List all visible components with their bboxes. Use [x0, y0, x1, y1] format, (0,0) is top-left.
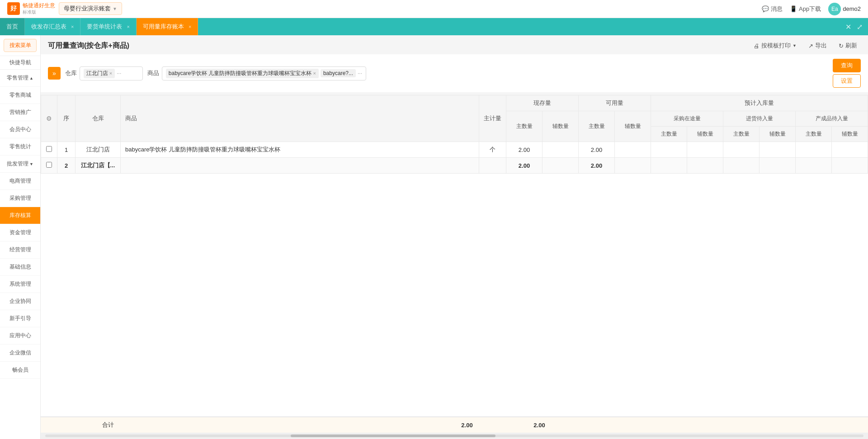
horizontal-scrollbar[interactable]	[41, 433, 868, 439]
inventory-tab-label: 可用量库存账本	[143, 23, 184, 31]
row-checkbox-0[interactable]	[41, 142, 57, 158]
warehouse-tag: 江北门店 ×	[84, 69, 115, 78]
sidebar-item-member-center[interactable]: 会员中心	[0, 121, 40, 138]
col-products-aux-header: 辅数量	[832, 127, 868, 142]
inventory-tab-close[interactable]: ×	[189, 24, 191, 29]
sidebar-item-basic-info[interactable]: 基础信息	[0, 259, 40, 276]
sidebar-item-retail-mgmt-label: 零售管理	[7, 74, 28, 82]
footer-available-main: 2.00	[521, 422, 557, 429]
table-settings-icon[interactable]: ⚙	[46, 115, 52, 122]
sidebar-item-inventory-check[interactable]: 库存核算	[0, 207, 40, 224]
col-current-main-header: 主数量	[506, 111, 542, 142]
sidebar-item-purchase-mgmt[interactable]: 采购管理	[0, 190, 40, 207]
tab-inventory[interactable]: 可用量库存账本 ×	[137, 18, 198, 35]
col-current-stock-header: 现存量	[506, 95, 579, 111]
col-num-header: 序	[57, 95, 75, 142]
receipts-tab-close[interactable]: ×	[71, 24, 74, 29]
top-bar-left: 好 畅捷通好生意 标准版 母婴行业演示账套 ▼	[7, 2, 122, 15]
message-btn[interactable]: 💬 消息	[762, 5, 783, 13]
row-current-main-1: 2.00	[506, 158, 542, 174]
product-tag-2-text: babycare?...	[323, 70, 353, 76]
product-filter-input[interactable]: babycare学饮杯 儿童防摔防撞吸管杯重力球吸嘴杯宝宝水杯 × babyca…	[162, 66, 366, 80]
nav-tab-actions: ✕ ⤢	[844, 21, 868, 33]
col-warehouse-header: 仓库	[75, 95, 121, 142]
sidebar-item-new-guide[interactable]: 新手引导	[0, 310, 40, 327]
col-purchase-main-header: 主数量	[651, 127, 687, 142]
footer-current-main: 2.00	[449, 422, 485, 429]
filter-expand-btn[interactable]: »	[48, 67, 61, 80]
refresh-icon: ↻	[839, 42, 844, 49]
sidebar-item-retail-mall[interactable]: 零售商城	[0, 87, 40, 104]
sidebar-item-app-center-label: 应用中心	[9, 332, 31, 340]
user-area[interactable]: Ea demo2	[828, 3, 861, 15]
row-available-aux-1	[615, 158, 651, 174]
col-settings-header: ⚙	[41, 95, 57, 142]
page-header: 可用量查询(按仓库+商品) 🖨 按模板打印 ▼ ↗ 导出 ↻ 刷新	[41, 35, 868, 54]
row-current-aux-1	[542, 158, 579, 174]
tab-home[interactable]: 首页	[0, 18, 25, 35]
sidebar-item-inventory-label: 库存核算	[9, 212, 31, 219]
sidebar-item-marketing-label: 营销推广	[9, 109, 31, 116]
table-row: 2 江北门店【... 2.00 2.00	[41, 158, 868, 174]
row-inbound-aux-1	[760, 158, 796, 174]
logo-area: 好 畅捷通好生意 标准版	[7, 2, 55, 15]
row-warehouse-0: 江北门店	[75, 142, 121, 158]
sidebar-item-ops-mgmt[interactable]: 经营管理	[0, 241, 40, 259]
logo-sub: 标准版	[23, 9, 55, 15]
sidebar-item-wholesale-mgmt[interactable]: 批发管理 ▼	[0, 156, 40, 173]
search-menu-btn[interactable]: 搜索菜单	[4, 39, 37, 52]
sidebar-item-ecommerce-mgmt[interactable]: 电商管理	[0, 173, 40, 190]
quick-nav-btn[interactable]: 快捷导航	[0, 56, 40, 70]
chevron-down-icon: ▼	[113, 6, 117, 11]
orders-tab-label: 要货单统计表	[87, 23, 122, 31]
sidebar-item-enterprise-collab[interactable]: 企业协同	[0, 293, 40, 310]
chevron-icon: ▲	[29, 76, 33, 80]
page-title: 可用量查询(按仓库+商品)	[48, 41, 129, 51]
table-row: 1 江北门店 babycare学饮杯 儿童防摔防撞吸管杯重力球吸嘴杯宝宝水杯 个…	[41, 142, 868, 158]
product-tag-2: babycare?...	[321, 69, 356, 77]
row-inbound-main-1	[723, 158, 760, 174]
refresh-label: 刷新	[845, 42, 857, 50]
setting-btn[interactable]: 设置	[833, 74, 861, 88]
page-header-actions: 🖨 按模板打印 ▼ ↗ 导出 ↻ 刷新	[750, 40, 861, 52]
warehouse-filter-input[interactable]: 江北门店 × ···	[80, 66, 143, 80]
warehouse-more-btn[interactable]: ···	[117, 70, 121, 76]
row-check-0[interactable]	[46, 146, 52, 152]
export-btn[interactable]: ↗ 导出	[805, 40, 830, 52]
message-icon: 💬	[762, 5, 769, 12]
product-more-btn[interactable]: ···	[358, 70, 362, 76]
product-tag-1-remove[interactable]: ×	[313, 71, 316, 76]
logo-text: 畅捷通好生意	[23, 2, 55, 9]
row-checkbox-1[interactable]	[41, 158, 57, 174]
tab-orders[interactable]: 要货单统计表 ×	[80, 18, 136, 35]
sidebar-item-retail-stats[interactable]: 零售统计	[0, 138, 40, 156]
print-label: 按模板打印	[761, 42, 791, 50]
sidebar-item-app-center[interactable]: 应用中心	[0, 327, 40, 345]
company-selector[interactable]: 母婴行业演示账套 ▼	[59, 2, 122, 15]
maximize-btn[interactable]: ⤢	[855, 21, 864, 33]
col-products-pending-header: 产成品待入量	[796, 111, 868, 127]
warehouse-tag-remove[interactable]: ×	[109, 71, 112, 76]
print-btn[interactable]: 🖨 按模板打印 ▼	[750, 40, 800, 52]
sidebar-item-basic-label: 基础信息	[9, 263, 31, 271]
row-products-aux-0	[832, 142, 868, 158]
row-purchase-main-0	[651, 142, 687, 158]
filter-bar: » 仓库 江北门店 × ··· 商品 babycare学饮杯 儿童防摔防撞吸管杯…	[41, 54, 868, 92]
tab-receipts[interactable]: 收发存汇总表 ×	[25, 18, 80, 35]
row-unit-0: 个	[479, 142, 506, 158]
sidebar-item-finance-mgmt[interactable]: 资金管理	[0, 224, 40, 241]
query-btn[interactable]: 查询	[833, 59, 861, 72]
sidebar-item-marketing[interactable]: 营销推广	[0, 104, 40, 121]
row-check-1[interactable]	[46, 162, 52, 168]
sidebar-item-enterprise-wechat[interactable]: 企业微信	[0, 345, 40, 362]
sidebar-item-retail-mgmt[interactable]: 零售管理 ▲	[0, 70, 40, 87]
sidebar-item-vip-member[interactable]: 畅会员	[0, 362, 40, 379]
row-available-main-0: 2.00	[579, 142, 615, 158]
refresh-btn[interactable]: ↻ 刷新	[835, 40, 861, 52]
logo-text-area: 畅捷通好生意 标准版	[23, 2, 55, 15]
orders-tab-close[interactable]: ×	[127, 24, 129, 29]
sidebar-item-system-mgmt[interactable]: 系统管理	[0, 276, 40, 293]
close-window-btn[interactable]: ✕	[844, 21, 853, 33]
col-inbound-main-header: 主数量	[723, 127, 760, 142]
app-download-btn[interactable]: 📱 App下载	[790, 5, 821, 13]
